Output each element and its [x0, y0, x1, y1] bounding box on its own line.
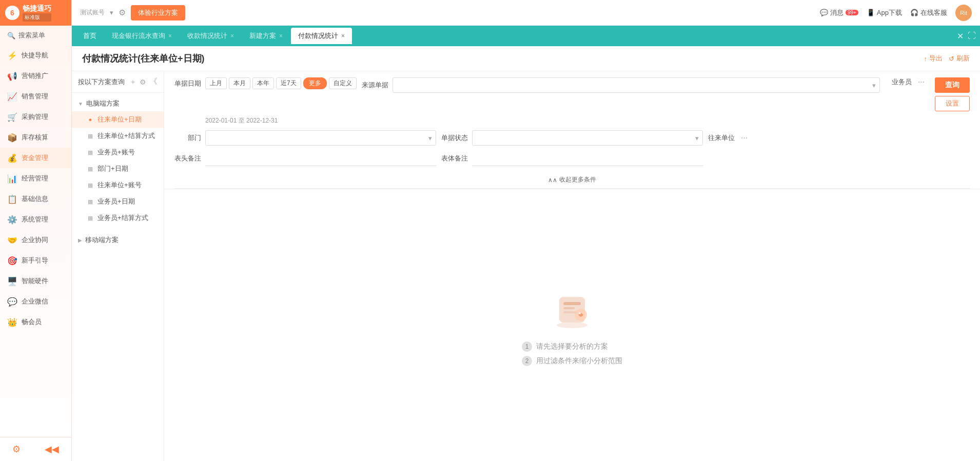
- query-btn[interactable]: 查询: [935, 77, 970, 93]
- close-all-tabs-btn[interactable]: ✕: [957, 31, 964, 41]
- sidebar-item-purchase[interactable]: 🛒 采购管理: [0, 107, 71, 127]
- date-btn-this-month[interactable]: 本月: [229, 77, 250, 89]
- tab-bank-flow-close[interactable]: ×: [168, 32, 172, 39]
- sidebar-item-corp-wechat[interactable]: 💬 企业微信: [0, 291, 71, 312]
- sidebar-item-smart-hw[interactable]: 🖥️ 智能硬件: [0, 271, 71, 291]
- salesman-dots[interactable]: ···: [918, 77, 925, 87]
- corp-collab-label: 企业协同: [22, 235, 48, 245]
- maximize-btn[interactable]: ⛶: [968, 31, 976, 41]
- collapse-more-btn[interactable]: ∧∧ 收起更多条件: [174, 171, 970, 189]
- scheme-collapse-btn[interactable]: 《: [149, 76, 158, 87]
- trial-btn[interactable]: 体验行业方案: [131, 5, 185, 21]
- content-area: 付款情况统计(往来单位+日期) ↑ 导出 ↺ 刷新 按以下方案查询 ＋: [72, 46, 980, 461]
- collapse-label: 收起更多条件: [559, 175, 596, 184]
- app-download-label: App下载: [877, 8, 902, 17]
- settings-btn[interactable]: 设置: [935, 96, 970, 111]
- operation-icon: 📊: [7, 173, 17, 184]
- tab-home[interactable]: 首页: [76, 28, 104, 44]
- sidebar-item-quick-nav[interactable]: ⚡ 快捷导航: [0, 45, 71, 66]
- tab-payment-stats[interactable]: 付款情况统计 ×: [291, 28, 352, 44]
- tab-payment-stats-close[interactable]: ×: [341, 32, 345, 39]
- scheme-item-salesman-settle[interactable]: ▦ 业务员+结算方式: [72, 210, 164, 226]
- collapse-icon: ∧∧: [548, 176, 557, 184]
- scheme-item-partner-settle-label: 往来单位+结算方式: [97, 131, 155, 141]
- scheme-item-partner-date[interactable]: ● 往来单位+日期: [72, 111, 164, 128]
- doc-status-select[interactable]: [472, 130, 703, 146]
- newcomer-label: 新手引导: [22, 256, 48, 265]
- partner-dots[interactable]: ···: [741, 133, 748, 143]
- header-note-input[interactable]: [205, 151, 436, 166]
- tab-collection-stats-close[interactable]: ×: [230, 32, 234, 39]
- search-menu[interactable]: 🔍 搜索菜单: [0, 26, 71, 45]
- body-note-label: 表体备注: [441, 154, 468, 163]
- sidebar-item-sales[interactable]: 📈 销售管理: [0, 86, 71, 107]
- add-scheme-btn[interactable]: ＋: [129, 77, 136, 87]
- topbar-app-download[interactable]: 📱 App下载: [867, 8, 902, 17]
- scheme-item-partner-settle[interactable]: ▦ 往来单位+结算方式: [72, 128, 164, 144]
- filter-area: 单据日期 上月 本月 本年 近7天 更多 自定义 来源单据: [164, 71, 980, 189]
- body-note-input[interactable]: [472, 151, 703, 166]
- scheme-item-dept-date[interactable]: ▦ 部门+日期: [72, 161, 164, 177]
- scheme-group-desktop-header[interactable]: ▼ 电脑端方案: [72, 96, 164, 111]
- avatar[interactable]: Rit: [955, 5, 972, 21]
- scheme-sidebar-label: 按以下方案查询: [78, 77, 125, 87]
- settings-bottom-btn[interactable]: ⚙: [8, 442, 25, 457]
- topbar-message[interactable]: 💬 消息 99+: [820, 8, 858, 17]
- scheme-group-mobile-header[interactable]: ▶ 移动端方案: [72, 232, 164, 248]
- topbar-online-service[interactable]: 🎧 在线客服: [910, 8, 947, 17]
- sidebar-item-newcomer[interactable]: 🎯 新手引导: [0, 250, 71, 271]
- scheme-item-salesman-date-label: 业务员+日期: [97, 197, 135, 206]
- corp-collab-icon: 🤝: [7, 235, 17, 245]
- tab-new-scheme[interactable]: 新建方案 ×: [242, 28, 290, 44]
- smart-hw-label: 智能硬件: [22, 276, 48, 286]
- scheme-item-partner-account[interactable]: ▦ 往来单位+账号: [72, 177, 164, 193]
- scheme-item-salesman-account-icon: ▦: [86, 148, 94, 156]
- message-icon: 💬: [820, 9, 828, 16]
- scheme-item-salesman-account[interactable]: ▦ 业务员+账号: [72, 144, 164, 161]
- tab-new-scheme-close[interactable]: ×: [279, 32, 283, 39]
- topbar-settings-btn[interactable]: ⚙: [119, 8, 126, 17]
- export-btn[interactable]: ↑ 导出: [924, 54, 943, 63]
- tab-bank-flow[interactable]: 现金银行流水查询 ×: [105, 28, 179, 44]
- capital-label: 资金管理: [22, 153, 48, 163]
- tab-collection-stats[interactable]: 收款情况统计 ×: [180, 28, 241, 44]
- scheme-item-partner-date-icon: ●: [86, 115, 94, 124]
- sidebar-item-capital[interactable]: 💰 资金管理: [0, 148, 71, 168]
- date-btn-last7[interactable]: 近7天: [276, 77, 301, 89]
- source-select[interactable]: [393, 77, 880, 93]
- scheme-item-salesman-date[interactable]: ▦ 业务员+日期: [72, 193, 164, 210]
- date-btn-this-year[interactable]: 本年: [252, 77, 274, 89]
- source-select-wrap: ▾: [393, 77, 880, 93]
- system-label: 系统管理: [22, 215, 48, 224]
- topbar-actions: 💬 消息 99+ 📱 App下载 🎧 在线客服 Rit: [820, 5, 972, 21]
- sidebar-item-marketing[interactable]: 📢 营销推广: [0, 66, 71, 86]
- date-btn-last-month[interactable]: 上月: [205, 77, 227, 89]
- scheme-group-desktop: ▼ 电脑端方案 ● 往来单位+日期 ▦ 往来单位+结算方式 ▦ 业务员+账号: [72, 93, 164, 229]
- sidebar-item-corp-collab[interactable]: 🤝 企业协同: [0, 230, 71, 250]
- corp-wechat-label: 企业微信: [22, 297, 48, 306]
- quick-nav-label: 快捷导航: [22, 51, 48, 60]
- scheme-item-partner-date-label: 往来单位+日期: [97, 115, 142, 124]
- sidebar-item-vip[interactable]: 👑 畅会员: [0, 312, 71, 332]
- search-label: 搜索菜单: [18, 31, 45, 40]
- sidebar-nav: ⚡ 快捷导航 📢 营销推广 📈 销售管理 🛒 采购管理 📦 库存核算 💰 资金管…: [0, 45, 71, 437]
- main-content: 单据日期 上月 本月 本年 近7天 更多 自定义 来源单据: [164, 71, 980, 461]
- collapse-sidebar-btn[interactable]: ◀◀: [41, 442, 63, 457]
- sidebar-item-operation[interactable]: 📊 经营管理: [0, 168, 71, 189]
- dept-select[interactable]: [205, 130, 436, 146]
- scheme-settings-btn[interactable]: ⚙: [140, 78, 146, 86]
- topbar-dropdown-icon[interactable]: ▾: [110, 9, 113, 16]
- empty-hints: 1 请先选择要分析的方案 2 用过滤条件来缩小分析范围: [522, 342, 622, 366]
- sidebar-item-system[interactable]: ⚙️ 系统管理: [0, 209, 71, 230]
- date-btn-custom[interactable]: 自定义: [329, 77, 357, 89]
- refresh-btn[interactable]: ↺ 刷新: [949, 54, 970, 63]
- svg-rect-2: [563, 302, 581, 305]
- date-btn-more[interactable]: 更多: [303, 77, 327, 89]
- sidebar-logo: 6 畅捷通巧 标准版: [0, 0, 71, 26]
- dept-label: 部门: [174, 133, 201, 143]
- sidebar-item-basic-info[interactable]: 📋 基础信息: [0, 189, 71, 209]
- date-range-display: 2022-01-01 至 2022-12-31: [205, 116, 278, 125]
- inventory-icon: 📦: [7, 132, 17, 143]
- sidebar-item-inventory[interactable]: 📦 库存核算: [0, 127, 71, 148]
- purchase-icon: 🛒: [7, 112, 17, 122]
